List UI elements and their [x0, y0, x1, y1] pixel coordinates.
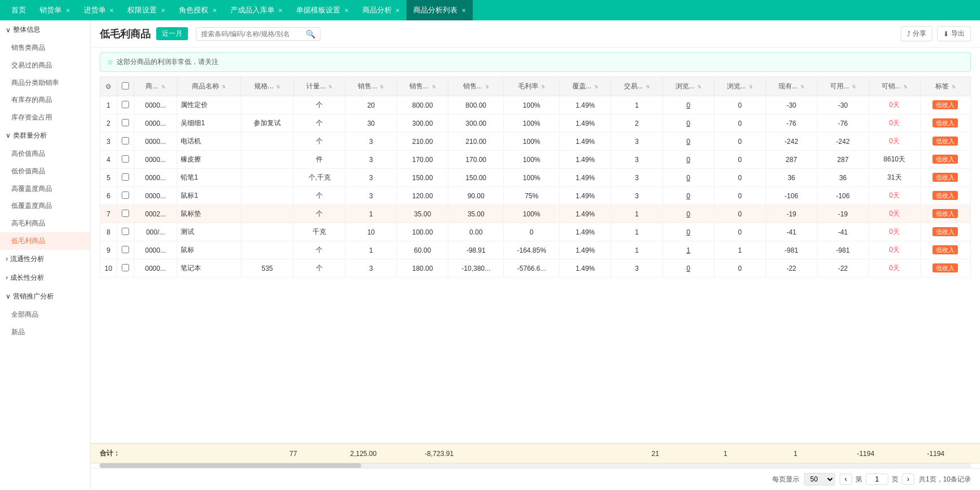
close-sales-icon[interactable]: ✕ — [66, 7, 70, 14]
row-checkbox[interactable] — [117, 187, 134, 205]
row-code: 0000... — [134, 133, 177, 151]
col-checkbox-header[interactable] — [117, 77, 134, 96]
row-checkbox[interactable] — [117, 96, 134, 114]
row-avail: -41 — [817, 223, 868, 241]
nav-item-permissions[interactable]: 权限设置 ✕ — [121, 0, 172, 20]
sidebar-item-category-rate[interactable]: 商品分类助销率 — [0, 74, 90, 92]
sidebar-item-low-coverage[interactable]: 低覆盖度商品 — [0, 197, 90, 215]
row-view1[interactable]: 0 — [662, 151, 714, 169]
row-checkbox[interactable] — [117, 223, 134, 241]
row-view1[interactable]: 1 — [662, 241, 714, 259]
nav-item-products[interactable]: 产成品入库单 ✕ — [224, 0, 290, 20]
col-sale3[interactable]: 销售... ⇅ — [448, 77, 504, 96]
col-coverage[interactable]: 覆盖... ⇅ — [559, 77, 611, 96]
sidebar-section-group-title[interactable]: ∨ 类群量分析 — [0, 126, 90, 145]
col-view2[interactable]: 浏览... ⇅ — [714, 77, 765, 96]
sidebar-item-high-coverage[interactable]: 高覆盖度商品 — [0, 180, 90, 198]
col-gear[interactable]: ⚙ — [100, 77, 117, 96]
per-page-select[interactable]: 50 20 100 — [804, 473, 835, 485]
row-view1[interactable]: 0 — [662, 205, 714, 223]
row-sale1: 3 — [345, 259, 397, 278]
sidebar-item-high-value[interactable]: 高价值商品 — [0, 145, 90, 163]
col-view1[interactable]: 浏览... ⇅ — [662, 77, 714, 96]
page-number-input[interactable] — [866, 474, 888, 485]
row-view1[interactable]: 0 — [662, 187, 714, 205]
row-checkbox[interactable] — [117, 151, 134, 169]
nav-item-templates[interactable]: 单据模板设置 ✕ — [289, 0, 356, 20]
sidebar-item-sales-products[interactable]: 销售类商品 — [0, 39, 90, 57]
content-area: 低毛利商品 近一月 🔍 ⤴ 分享 ⬇ 导出 — [91, 20, 980, 490]
sidebar-item-stock-capital[interactable]: 库存资金占用 — [0, 109, 90, 126]
row-view1[interactable]: 0 — [662, 223, 714, 241]
gear-icon[interactable]: ⚙ — [105, 83, 112, 91]
col-name[interactable]: 商品名称 ⇅ — [177, 77, 241, 96]
close-purchase-icon[interactable]: ✕ — [109, 7, 114, 14]
sidebar-section-flow-title[interactable]: › 流通性分析 — [0, 250, 90, 269]
sidebar-item-in-stock[interactable]: 有库存的商品 — [0, 91, 90, 109]
row-trade: 3 — [611, 151, 662, 169]
nav-item-analysis[interactable]: 商品分析 ✕ — [356, 0, 407, 20]
date-filter-button[interactable]: 近一月 — [156, 27, 188, 40]
export-button[interactable]: ⬇ 导出 — [937, 26, 971, 41]
close-templates-icon[interactable]: ✕ — [344, 7, 349, 14]
nav-item-roles[interactable]: 角色授权 ✕ — [172, 0, 224, 20]
next-page-button[interactable]: › — [902, 474, 914, 485]
scroll-thumb[interactable] — [100, 463, 361, 468]
total-spacer1 — [493, 450, 538, 458]
prev-page-button[interactable]: ‹ — [840, 474, 852, 485]
row-tag: 低收入 — [920, 96, 970, 114]
row-checkbox[interactable] — [117, 205, 134, 223]
row-view1[interactable]: 0 — [662, 259, 714, 278]
sidebar-item-low-margin[interactable]: 低毛利商品 — [0, 232, 90, 250]
col-spec[interactable]: 规格... ⇅ — [241, 77, 294, 96]
col-sellable[interactable]: 可销... ⇅ — [868, 77, 920, 96]
nav-item-analysis-list[interactable]: 商品分析列表 ✕ — [406, 0, 473, 20]
row-spec — [241, 133, 294, 151]
sidebar-item-new-products[interactable]: 新品 — [0, 323, 90, 341]
row-checkbox[interactable] — [117, 241, 134, 259]
sidebar-item-low-value[interactable]: 低价值商品 — [0, 163, 90, 180]
col-sale1[interactable]: 销售... ⇅ — [345, 77, 397, 96]
col-avail[interactable]: 可用... ⇅ — [817, 77, 868, 96]
scroll-bar-area[interactable] — [100, 463, 971, 468]
share-button[interactable]: ⤴ 分享 — [901, 26, 932, 41]
row-checkbox[interactable] — [117, 169, 134, 187]
col-tag[interactable]: 标签 ⇅ — [920, 77, 970, 96]
close-analysis-list-icon[interactable]: ✕ — [461, 7, 466, 14]
row-view1[interactable]: 0 — [662, 169, 714, 187]
row-checkbox[interactable] — [117, 259, 134, 278]
nav-item-sales[interactable]: 销货单 ✕ — [33, 0, 77, 20]
sidebar-item-all-products[interactable]: 全部商品 — [0, 306, 90, 323]
sidebar-section-overview-title[interactable]: ∨ 整体信息 — [0, 20, 90, 39]
row-view1[interactable]: 0 — [662, 114, 714, 133]
row-checkbox[interactable] — [117, 133, 134, 151]
row-view1[interactable]: 0 — [662, 96, 714, 114]
row-name: 属性定价 — [177, 96, 241, 114]
nav-item-purchase[interactable]: 进货单 ✕ — [77, 0, 121, 20]
row-unit: 个 — [294, 187, 345, 205]
sidebar-section-marketing-title[interactable]: ∨ 营销推广分析 — [0, 287, 90, 306]
close-products-icon[interactable]: ✕ — [278, 7, 283, 14]
search-input[interactable] — [201, 30, 303, 38]
close-permissions-icon[interactable]: ✕ — [161, 7, 165, 14]
nav-item-home[interactable]: 首页 — [5, 0, 33, 20]
close-analysis-icon[interactable]: ✕ — [395, 7, 400, 14]
col-trade[interactable]: 交易... ⇅ — [611, 77, 662, 96]
col-sale2[interactable]: 销售... ⇅ — [397, 77, 448, 96]
col-unit[interactable]: 计量... ⇅ — [294, 77, 345, 96]
row-checkbox[interactable] — [117, 114, 134, 133]
select-all-checkbox[interactable] — [122, 82, 129, 90]
sidebar-section-group-analysis: ∨ 类群量分析 高价值商品 低价值商品 高覆盖度商品 低覆盖度商品 高毛利商品 … — [0, 126, 90, 250]
sidebar-item-high-margin[interactable]: 高毛利商品 — [0, 215, 90, 232]
sidebar-section-growth-title[interactable]: › 成长性分析 — [0, 269, 90, 287]
col-margin[interactable]: 毛利率 ⇅ — [504, 77, 560, 96]
col-stock[interactable]: 现有... ⇅ — [765, 77, 817, 96]
col-code[interactable]: 商... ⇅ — [134, 77, 177, 96]
row-sale3: -10,380... — [448, 259, 504, 278]
row-view1[interactable]: 0 — [662, 133, 714, 151]
close-roles-icon[interactable]: ✕ — [212, 7, 217, 14]
search-icon[interactable]: 🔍 — [306, 29, 315, 39]
total-view1: 1 — [703, 450, 748, 458]
sidebar-item-traded-products[interactable]: 交易过的商品 — [0, 57, 90, 74]
sidebar-section-flow: › 流通性分析 — [0, 250, 90, 269]
